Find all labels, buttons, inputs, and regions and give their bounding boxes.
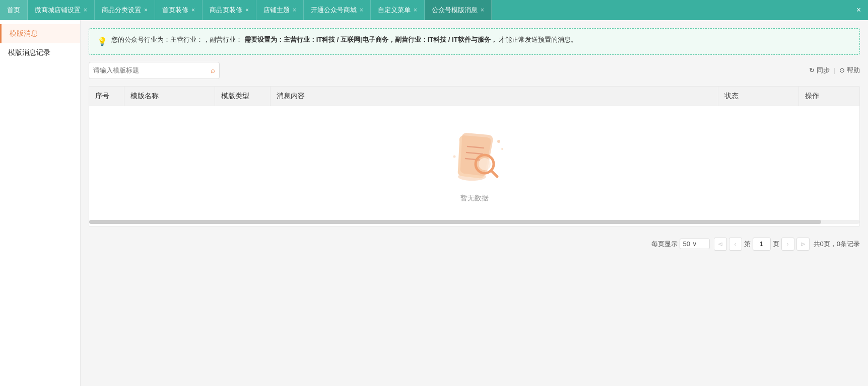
page-size-dropdown[interactable]: 50 ∨ bbox=[680, 239, 710, 249]
svg-point-5 bbox=[479, 158, 491, 170]
svg-point-7 bbox=[497, 140, 500, 143]
sidebar: 模版消息 模版消息记录 bbox=[0, 20, 81, 386]
tab-template-msg[interactable]: 公众号模版消息 × bbox=[425, 0, 492, 20]
tab-home[interactable]: 首页 bbox=[0, 0, 28, 20]
col-index: 序号 bbox=[89, 87, 124, 106]
svg-line-6 bbox=[491, 171, 497, 177]
tab-shop-theme-label: 店铺主题 bbox=[263, 6, 290, 15]
search-actions: ↻ 同步 | ⊙ 帮助 bbox=[809, 66, 860, 75]
next-page-button[interactable]: › bbox=[781, 238, 794, 251]
alert-box: 💡 您的公众号行业为：主营行业：，副营行业： 需要设置为：主营行业：IT科技 /… bbox=[89, 28, 860, 55]
alert-suffix: 才能正常发送预置的消息。 bbox=[499, 36, 577, 43]
page-prefix: 第 bbox=[744, 240, 751, 249]
col-name: 模版名称 bbox=[124, 87, 215, 106]
tab-wshop-label: 微商城店铺设置 bbox=[35, 6, 81, 15]
alert-highlight: 需要设置为：主营行业：IT科技 / 互联网|电子商务，副营行业：IT科技 / I… bbox=[244, 36, 497, 43]
alert-prefix: 您的公众号行业为：主营行业：，副营行业： bbox=[111, 36, 242, 43]
tab-wshop-settings[interactable]: 微商城店铺设置 × bbox=[28, 0, 95, 20]
tab-homepage-decor-label: 首页装修 bbox=[162, 6, 188, 15]
tab-product-category[interactable]: 商品分类设置 × bbox=[95, 0, 155, 20]
horizontal-scrollbar[interactable] bbox=[89, 220, 859, 224]
page-unit: 页 bbox=[773, 240, 779, 249]
sidebar-item-template-message-label: 模版消息 bbox=[10, 29, 38, 37]
close-all-icon: × bbox=[856, 6, 861, 15]
close-shop-theme-tab[interactable]: × bbox=[293, 7, 296, 14]
col-status: 状态 bbox=[718, 87, 799, 106]
tab-open-wechat-shop[interactable]: 开通公众号商城 × bbox=[304, 0, 371, 20]
table-header: 序号 模版名称 模版类型 消息内容 状态 操作 bbox=[89, 87, 859, 106]
search-bar: ⌕ ↻ 同步 | ⊙ 帮助 bbox=[89, 62, 860, 79]
col-type: 模版类型 bbox=[215, 87, 271, 106]
help-icon: ⊙ bbox=[839, 66, 845, 74]
content-area: 💡 您的公众号行业为：主营行业：，副营行业： 需要设置为：主营行业：IT科技 /… bbox=[81, 20, 868, 386]
last-page-button[interactable]: ⊳ bbox=[796, 238, 810, 251]
sidebar-item-template-message-log-label: 模版消息记录 bbox=[8, 48, 50, 56]
main-layout: 模版消息 模版消息记录 💡 您的公众号行业为：主营行业：，副营行业： 需要设置为… bbox=[0, 20, 868, 386]
empty-text: 暂无数据 bbox=[460, 194, 489, 203]
search-icon[interactable]: ⌕ bbox=[211, 66, 215, 74]
sidebar-item-template-message[interactable]: 模版消息 bbox=[0, 24, 80, 43]
tab-homepage-decor[interactable]: 首页装修 × bbox=[155, 0, 203, 20]
tab-custom-menu-label: 自定义菜单 bbox=[378, 6, 411, 15]
col-content: 消息内容 bbox=[271, 87, 718, 106]
sync-button[interactable]: ↻ 同步 bbox=[809, 66, 830, 75]
scroll-thumb[interactable] bbox=[89, 220, 821, 224]
help-button[interactable]: ⊙ 帮助 bbox=[839, 66, 860, 75]
close-product-category-tab[interactable]: × bbox=[144, 7, 148, 14]
close-template-msg-tab[interactable]: × bbox=[481, 7, 484, 14]
close-all-button[interactable]: × bbox=[849, 0, 868, 20]
dropdown-arrow-icon: ∨ bbox=[692, 240, 697, 248]
tab-custom-menu[interactable]: 自定义菜单 × bbox=[371, 0, 425, 20]
sync-label: 同步 bbox=[817, 66, 830, 75]
close-open-wechat-shop-tab[interactable]: × bbox=[360, 7, 363, 14]
tab-open-wechat-shop-label: 开通公众号商城 bbox=[311, 6, 357, 15]
pagination: 每页显示 50 ∨ ⊲ ‹ 第 页 › ⊳ 共0页，0条记录 bbox=[89, 234, 860, 255]
close-wshop-tab[interactable]: × bbox=[84, 7, 87, 14]
page-size-value: 50 bbox=[683, 240, 690, 248]
col-action: 操作 bbox=[799, 87, 859, 106]
page-nav: ⊲ ‹ 第 页 › ⊳ bbox=[714, 238, 810, 251]
first-page-button[interactable]: ⊲ bbox=[714, 238, 727, 251]
tab-product-category-label: 商品分类设置 bbox=[102, 6, 141, 15]
sidebar-item-template-message-log[interactable]: 模版消息记录 bbox=[0, 43, 80, 62]
total-info: 共0页，0条记录 bbox=[814, 240, 860, 249]
tab-product-decor[interactable]: 商品页装修 × bbox=[203, 0, 256, 20]
empty-icon bbox=[444, 126, 505, 187]
help-label: 帮助 bbox=[847, 66, 860, 75]
current-page-input[interactable] bbox=[753, 238, 771, 251]
search-input[interactable] bbox=[93, 66, 211, 74]
data-table: 序号 模版名称 模版类型 消息内容 状态 操作 bbox=[89, 86, 860, 226]
empty-state: 暂无数据 bbox=[89, 106, 859, 218]
svg-point-9 bbox=[453, 155, 455, 158]
sync-icon: ↻ bbox=[809, 66, 815, 74]
tab-product-decor-label: 商品页装修 bbox=[210, 6, 242, 15]
prev-page-button[interactable]: ‹ bbox=[729, 238, 742, 251]
search-input-wrap[interactable]: ⌕ bbox=[89, 62, 220, 79]
alert-text: 您的公众号行业为：主营行业：，副营行业： 需要设置为：主营行业：IT科技 / 互… bbox=[111, 35, 577, 45]
alert-icon: 💡 bbox=[97, 35, 107, 48]
page-size-select: 每页显示 50 ∨ bbox=[651, 239, 710, 249]
tab-shop-theme[interactable]: 店铺主题 × bbox=[256, 0, 304, 20]
tab-home-label: 首页 bbox=[7, 6, 20, 15]
svg-point-8 bbox=[501, 148, 503, 150]
close-homepage-decor-tab[interactable]: × bbox=[191, 7, 195, 14]
close-product-decor-tab[interactable]: × bbox=[245, 7, 249, 14]
tab-template-msg-label: 公众号模版消息 bbox=[432, 6, 478, 15]
close-custom-menu-tab[interactable]: × bbox=[414, 7, 417, 14]
top-nav: 首页 微商城店铺设置 × 商品分类设置 × 首页装修 × 商品页装修 × 店铺主… bbox=[0, 0, 868, 20]
page-size-label: 每页显示 bbox=[651, 240, 678, 249]
divider: | bbox=[834, 66, 835, 74]
